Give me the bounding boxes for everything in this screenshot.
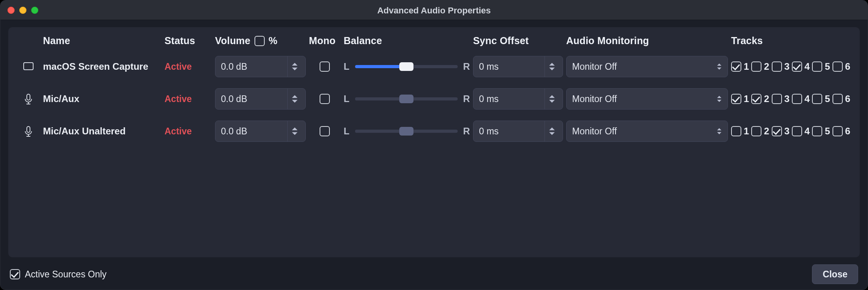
zoom-window-icon[interactable]	[31, 7, 38, 14]
sync-offset-field[interactable]: 0 ms	[473, 121, 563, 142]
track-5-label: 5	[825, 93, 830, 104]
column-headers: Name Status Volume % Mono Balance Sync O…	[17, 35, 851, 46]
balance-slider[interactable]: L R	[344, 93, 470, 104]
col-volume: Volume %	[215, 35, 306, 46]
audio-source-row: Mic/Aux UnalteredActive0.0 dB L R0 ms Mo…	[17, 121, 851, 142]
tracks-group: 1 2 3 4 5 6	[731, 93, 868, 104]
sync-offset-stepper[interactable]	[544, 121, 559, 141]
volume-field[interactable]: 0.0 dB	[215, 121, 306, 142]
col-tracks: Tracks	[731, 35, 868, 46]
mono-checkbox[interactable]	[320, 94, 330, 104]
select-chevron-icon	[716, 63, 722, 71]
mono-checkbox[interactable]	[320, 126, 330, 136]
track-3-label: 3	[784, 61, 789, 72]
titlebar: Advanced Audio Properties	[0, 0, 868, 20]
volume-field[interactable]: 0.0 dB	[215, 56, 306, 77]
audio-source-row: macOS Screen CaptureActive0.0 dB L R0 ms…	[17, 56, 851, 77]
audio-source-row: Mic/AuxActive0.0 dB L R0 ms Monitor Off …	[17, 88, 851, 110]
balance-track[interactable]	[355, 97, 458, 100]
window-controls	[7, 7, 38, 14]
volume-field[interactable]: 0.0 dB	[215, 88, 306, 110]
close-button[interactable]: Close	[812, 264, 858, 284]
col-balance: Balance	[344, 35, 470, 46]
track-2-label: 2	[764, 126, 769, 137]
col-monitor: Audio Monitoring	[566, 35, 728, 46]
volume-stepper[interactable]	[287, 56, 301, 77]
mic-icon	[17, 93, 40, 105]
track-3-checkbox[interactable]	[772, 126, 782, 136]
balance-slider[interactable]: L R	[344, 126, 470, 137]
balance-left-label: L	[344, 93, 350, 104]
volume-percent-checkbox[interactable]	[254, 36, 265, 46]
track-2-checkbox[interactable]	[751, 126, 761, 136]
col-sync: Sync Offset	[473, 35, 563, 46]
track-4-label: 4	[804, 61, 810, 72]
balance-thumb[interactable]	[399, 62, 413, 71]
volume-value: 0.0 dB	[221, 126, 284, 137]
audio-monitoring-select[interactable]: Monitor Off	[566, 88, 728, 110]
volume-value: 0.0 dB	[221, 94, 284, 104]
balance-slider[interactable]: L R	[344, 61, 470, 72]
balance-left-label: L	[344, 126, 350, 137]
source-status: Active	[165, 61, 212, 72]
tracks-group: 1 2 3 4 5 6	[731, 126, 868, 137]
track-4-checkbox[interactable]	[792, 61, 802, 72]
sync-offset-value: 0 ms	[479, 94, 541, 104]
sync-offset-field[interactable]: 0 ms	[473, 88, 563, 110]
volume-stepper[interactable]	[287, 121, 301, 141]
sync-offset-field[interactable]: 0 ms	[473, 56, 563, 77]
sync-offset-stepper[interactable]	[544, 89, 559, 109]
source-name: Mic/Aux Unaltered	[43, 126, 161, 137]
track-5-checkbox[interactable]	[812, 94, 822, 104]
screen-icon	[17, 61, 40, 72]
balance-track[interactable]	[355, 65, 458, 68]
audio-monitoring-value: Monitor Off	[572, 126, 617, 137]
track-6-checkbox[interactable]	[832, 94, 843, 104]
balance-thumb[interactable]	[399, 95, 413, 103]
track-3-checkbox[interactable]	[772, 61, 782, 72]
active-sources-only-checkbox[interactable]	[10, 269, 20, 279]
volume-value: 0.0 dB	[221, 61, 284, 72]
track-5-label: 5	[825, 61, 830, 72]
track-4-checkbox[interactable]	[792, 126, 802, 136]
track-2-checkbox[interactable]	[751, 94, 761, 104]
track-4-checkbox[interactable]	[792, 94, 802, 104]
col-name: Name	[43, 35, 161, 46]
source-status: Active	[165, 94, 212, 104]
volume-stepper[interactable]	[287, 89, 301, 109]
track-2-checkbox[interactable]	[751, 61, 761, 72]
sync-offset-value: 0 ms	[479, 126, 541, 137]
window-title: Advanced Audio Properties	[377, 6, 491, 15]
track-2-label: 2	[764, 61, 769, 72]
track-1-checkbox[interactable]	[731, 126, 741, 136]
tracks-group: 1 2 3 4 5 6	[731, 61, 868, 72]
close-window-icon[interactable]	[7, 7, 15, 14]
mono-checkbox[interactable]	[320, 61, 330, 72]
track-1-label: 1	[744, 126, 749, 137]
sync-offset-value: 0 ms	[479, 61, 541, 72]
balance-thumb[interactable]	[399, 127, 413, 136]
balance-track[interactable]	[355, 130, 458, 133]
track-3-label: 3	[784, 126, 789, 137]
track-4-label: 4	[804, 93, 810, 104]
track-3-checkbox[interactable]	[772, 94, 782, 104]
track-1-checkbox[interactable]	[731, 94, 741, 104]
track-5-checkbox[interactable]	[812, 126, 822, 136]
track-6-checkbox[interactable]	[832, 126, 843, 136]
source-name: macOS Screen Capture	[43, 61, 161, 72]
window: Advanced Audio Properties Name Status Vo…	[0, 0, 868, 290]
track-1-checkbox[interactable]	[731, 61, 741, 72]
col-status: Status	[165, 35, 212, 46]
track-5-checkbox[interactable]	[812, 61, 822, 72]
minimize-window-icon[interactable]	[19, 7, 26, 14]
audio-monitoring-value: Monitor Off	[572, 61, 617, 72]
sync-offset-stepper[interactable]	[544, 56, 559, 77]
dialog-footer: Active Sources Only Close	[0, 259, 868, 290]
track-6-checkbox[interactable]	[832, 61, 843, 72]
audio-monitoring-select[interactable]: Monitor Off	[566, 121, 728, 142]
select-chevron-icon	[716, 95, 722, 103]
audio-sources-panel: Name Status Volume % Mono Balance Sync O…	[8, 27, 860, 257]
balance-left-label: L	[344, 61, 350, 72]
audio-monitoring-select[interactable]: Monitor Off	[566, 56, 728, 77]
track-6-label: 6	[845, 61, 850, 72]
